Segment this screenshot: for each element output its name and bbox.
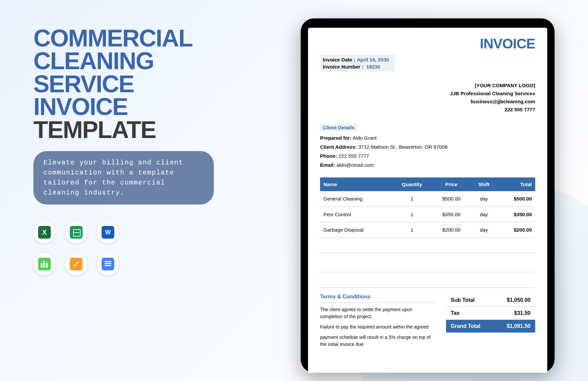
company-name: JJB Professional Cleaning Services	[320, 90, 535, 98]
terms-block: Terms & Conditions The client agrees to …	[320, 294, 436, 348]
bottom-section: Terms & Conditions The client agrees to …	[320, 294, 535, 348]
client-details-header: Client Details	[320, 124, 357, 131]
invoice-heading: INVOICE	[480, 36, 535, 52]
invoice-date-value: April 16, 2030	[357, 57, 389, 62]
grand-total-value: $1,081.50	[507, 323, 531, 329]
company-logo-placeholder: [YOUR COMPANY LOGO]	[320, 82, 535, 90]
word-icon	[102, 226, 114, 239]
invoice-info-box: Invoice Date : April 16, 2030 Invoice Nu…	[320, 55, 395, 72]
tagline: Elevate your billing and client communic…	[33, 151, 214, 205]
col-name: Name	[320, 177, 391, 191]
subtotal-row: Sub Total $1,050.00	[446, 294, 535, 307]
col-qty: Quantity	[391, 177, 432, 191]
invoice-preview: INVOICE Invoice Date : April 16, 2030 In…	[308, 28, 547, 373]
subtotal-label: Sub Total	[451, 297, 475, 303]
table-row: Pest Control 1 $350.00 day $350.00	[320, 207, 535, 222]
tablet-frame: INVOICE Invoice Date : April 16, 2030 In…	[301, 18, 555, 373]
table-row: Garbage Disposal 1 $200.00 day $200.00	[320, 222, 535, 237]
excel-icon	[38, 226, 51, 239]
title-line-5: TEMPLATE	[33, 118, 214, 141]
client-email-label: Email:	[320, 162, 335, 168]
sheets-format[interactable]	[65, 221, 87, 243]
excel-format[interactable]	[33, 221, 55, 243]
format-icons-grid	[33, 221, 214, 276]
client-phone-label: Phone:	[320, 153, 337, 159]
docs-icon	[102, 258, 114, 270]
table-row-empty	[320, 272, 535, 287]
left-panel: COMMERCIAL CLEANING SERVICE INVOICE TEMP…	[33, 27, 214, 276]
table-row-empty	[320, 237, 535, 253]
title-line-1: COMMERCIAL	[33, 27, 214, 49]
subtotal-value: $1,050.00	[507, 297, 531, 303]
table-row: General Cleaning 1 $500.00 day $500.00	[320, 191, 535, 207]
totals-block: Sub Total $1,050.00 Tax $31.50 Grand Tot…	[446, 294, 535, 348]
client-phone: 222 555 7777	[338, 153, 369, 159]
grand-total-label: Grand Total	[451, 323, 480, 329]
invoice-number-label: Invoice Number :	[323, 64, 363, 70]
pages-icon	[70, 258, 83, 270]
word-format[interactable]	[97, 221, 119, 243]
table-row-empty	[320, 253, 535, 272]
invoice-number-value: 18230	[366, 64, 380, 70]
terms-p2: Failure to pay the required amount withi…	[320, 324, 436, 331]
numbers-format[interactable]	[33, 253, 55, 275]
pages-format[interactable]	[65, 253, 87, 275]
title-line-4: INVOICE	[33, 95, 214, 118]
tax-label: Tax	[451, 310, 459, 316]
client-address: 3712 Mattson St., Beaverton, OR 97008	[358, 144, 447, 150]
company-email: business@jjbcleaning.com	[320, 98, 535, 106]
client-address-label: Client Address:	[320, 144, 357, 150]
docs-format[interactable]	[97, 253, 119, 275]
line-items-table: Name Quantity Price Shift Total General …	[320, 177, 535, 288]
client-email: aldo@omail.com	[336, 162, 374, 168]
terms-p1: The client agrees to settle the payment …	[320, 306, 436, 320]
sheets-icon	[70, 226, 83, 239]
terms-p3: payment schedule will result in a 5% cha…	[320, 334, 436, 348]
tax-row: Tax $31.50	[446, 307, 535, 320]
company-phone: 222 555 7777	[320, 106, 535, 114]
col-total: Total	[497, 177, 535, 191]
client-details: Prepared for: Aldo Grant Client Address:…	[320, 133, 535, 169]
company-block: [YOUR COMPANY LOGO] JJB Professional Cle…	[320, 82, 535, 114]
title-line-3: SERVICE	[33, 73, 214, 95]
numbers-icon	[38, 258, 51, 270]
tax-value: $31.50	[514, 310, 531, 316]
grand-total-row: Grand Total $1,081.50	[446, 320, 535, 333]
col-price: Price	[433, 177, 470, 191]
col-shift: Shift	[470, 177, 497, 191]
prepared-for-label: Prepared for:	[320, 135, 351, 141]
client-name: Aldo Grant	[353, 135, 377, 141]
terms-header: Terms & Conditions	[320, 294, 436, 303]
title-line-2: CLEANING	[33, 49, 214, 72]
invoice-date-label: Invoice Date :	[323, 57, 355, 62]
